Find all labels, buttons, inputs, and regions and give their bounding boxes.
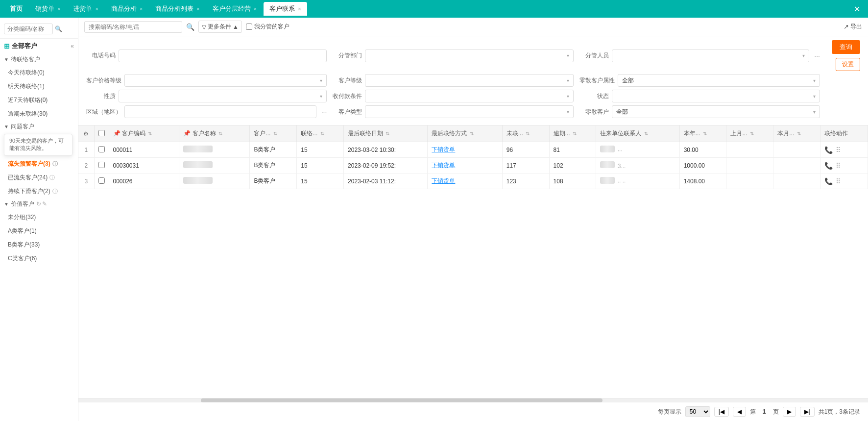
- last-page-button[interactable]: ▶|: [800, 407, 815, 417]
- sidebar-search-icon[interactable]: 🔍: [55, 25, 62, 32]
- tab-home[interactable]: 首页: [4, 2, 28, 16]
- price-level-select[interactable]: ▾: [124, 74, 327, 87]
- sidebar-item-class-b[interactable]: B类客户(33): [0, 238, 78, 251]
- search-input[interactable]: [84, 21, 182, 33]
- sort-type-icon[interactable]: ⇅: [273, 131, 277, 136]
- tab-customer-contact[interactable]: 客户联系 ×: [264, 2, 307, 16]
- sort-unit-contact-icon[interactable]: ⇅: [644, 131, 648, 136]
- person-select[interactable]: ▾: [612, 50, 810, 62]
- col-checkbox[interactable]: [94, 125, 109, 142]
- row-2-checkbox[interactable]: [98, 162, 105, 168]
- row-checkbox-1[interactable]: [94, 142, 109, 158]
- select-all-checkbox[interactable]: [98, 130, 105, 136]
- sidebar-section-pending[interactable]: ▼ 待联络客户: [0, 53, 78, 66]
- sidebar-item-today[interactable]: 今天待联络(0): [0, 66, 78, 79]
- dept-select[interactable]: ▾: [365, 50, 573, 62]
- sidebar-item-class-c[interactable]: C类客户(6): [0, 251, 78, 265]
- col-last-month[interactable]: 上月... ⇅: [726, 125, 773, 142]
- customer-type-select[interactable]: ▾: [365, 105, 573, 118]
- sort-overdue-icon[interactable]: ⇅: [573, 131, 577, 136]
- managed-checkbox[interactable]: [246, 24, 252, 30]
- more-action-icon-3[interactable]: ⠿: [836, 177, 841, 185]
- sort-contact-icon[interactable]: ⇅: [320, 131, 324, 136]
- person-more-icon[interactable]: ···: [814, 52, 820, 60]
- sidebar-item-churn-warning[interactable]: 流失预警客户(3) ⓘ: [0, 157, 78, 171]
- close-product-list-tab[interactable]: ×: [196, 6, 199, 12]
- col-unit-contact[interactable]: 往来单位联系人 ⇅: [596, 125, 679, 142]
- sidebar-item-ungrouped[interactable]: 未分组(32): [0, 210, 78, 224]
- query-button[interactable]: 查询: [832, 40, 860, 54]
- close-customer-mgmt-tab[interactable]: ×: [254, 6, 257, 12]
- sidebar-item-overdue[interactable]: 逾期未联络(30): [0, 107, 78, 121]
- more-action-icon-1[interactable]: ⠿: [836, 146, 841, 154]
- col-name[interactable]: 📌 客户名称 ⇅: [179, 125, 250, 142]
- collapse-sidebar-icon[interactable]: «: [71, 43, 74, 50]
- sidebar-item-churned[interactable]: 已流失客户(24) ⓘ: [0, 171, 78, 184]
- close-sales-tab[interactable]: ×: [57, 6, 60, 12]
- sort-this-month-icon[interactable]: ⇅: [797, 131, 801, 136]
- setting-button[interactable]: 设置: [836, 58, 860, 71]
- sort-last-date-icon[interactable]: ⇅: [386, 131, 389, 136]
- scrollbar-thumb[interactable]: [201, 398, 603, 402]
- close-customer-contact-tab[interactable]: ×: [298, 6, 301, 12]
- col-type[interactable]: 客户... ⇅: [250, 125, 297, 142]
- phone-input[interactable]: [119, 50, 327, 62]
- col-overdue[interactable]: 逾期... ⇅: [549, 125, 596, 142]
- tab-sales[interactable]: 销货单 ×: [29, 2, 66, 16]
- sort-last-month-icon[interactable]: ⇅: [750, 131, 754, 136]
- export-button[interactable]: ↗ 导出: [844, 23, 862, 31]
- status-select[interactable]: ▾: [612, 90, 820, 102]
- col-contact[interactable]: 联络... ⇅: [297, 125, 344, 142]
- tab-customer-mgmt[interactable]: 客户分层经营 ×: [207, 2, 263, 16]
- zero-attr-select[interactable]: 全部 ▾: [618, 74, 820, 87]
- horizontal-scrollbar[interactable]: [78, 398, 868, 402]
- close-all-tabs[interactable]: ✕: [850, 2, 864, 16]
- close-purchase-tab[interactable]: ×: [95, 6, 98, 12]
- col-this-month[interactable]: 本月... ⇅: [773, 125, 820, 142]
- edit-icon[interactable]: ✎: [42, 200, 47, 207]
- contact-icon-3[interactable]: 📞: [824, 177, 833, 185]
- customer-level-select[interactable]: ▾: [365, 74, 573, 87]
- more-conditions-button[interactable]: ▽ 更多条件 ▲: [198, 21, 242, 33]
- sidebar-section-value[interactable]: ▼ 价值客户 ↻ ✎: [0, 198, 78, 210]
- tab-purchase[interactable]: 进货单 ×: [67, 2, 104, 16]
- first-page-button[interactable]: |◀: [714, 407, 729, 417]
- row-checkbox-3[interactable]: [94, 173, 109, 189]
- sort-code-icon[interactable]: ⇅: [148, 131, 152, 136]
- region-more-icon[interactable]: ···: [321, 108, 327, 116]
- col-uncontacted[interactable]: 未联... ⇅: [502, 125, 549, 142]
- sort-this-year-icon[interactable]: ⇅: [703, 131, 707, 136]
- col-code[interactable]: 📌 客户编码 ⇅: [109, 125, 179, 142]
- row-checkbox-2[interactable]: [94, 158, 109, 173]
- sidebar-item-class-a[interactable]: A类客户(1): [0, 224, 78, 238]
- refresh-icon[interactable]: ↻: [36, 200, 41, 207]
- col-settings[interactable]: ⚙: [78, 125, 94, 142]
- sidebar-item-declining[interactable]: 持续下滑客户(2) ⓘ: [0, 184, 78, 198]
- col-this-year[interactable]: 本年... ⇅: [679, 125, 726, 142]
- col-last-method[interactable]: 最后联络方式 ⇅: [428, 125, 502, 142]
- next-page-button[interactable]: ▶: [783, 407, 796, 417]
- contact-icon-2[interactable]: 📞: [824, 162, 833, 170]
- tab-product-list[interactable]: 商品分析列表 ×: [149, 2, 205, 16]
- tab-product-analysis[interactable]: 商品分析 ×: [105, 2, 148, 16]
- per-page-select[interactable]: 50 100 200: [685, 406, 710, 417]
- last-method-link-2[interactable]: 下销货单: [432, 162, 455, 169]
- sidebar-item-7days[interactable]: 近7天待联络(0): [0, 93, 78, 107]
- sort-last-method-icon[interactable]: ⇅: [470, 131, 474, 136]
- sidebar-all-customers[interactable]: ⊞ 全部客户 «: [0, 39, 78, 53]
- sort-uncontacted-icon[interactable]: ⇅: [526, 131, 530, 136]
- last-method-link-3[interactable]: 下销货单: [432, 177, 455, 184]
- region-select[interactable]: [124, 105, 316, 118]
- payment-select[interactable]: ▾: [365, 90, 573, 102]
- last-method-link-1[interactable]: 下销货单: [432, 146, 455, 153]
- sidebar-item-tomorrow[interactable]: 明天待联络(1): [0, 79, 78, 93]
- sidebar-search-input[interactable]: [4, 24, 53, 34]
- nature-select[interactable]: ▾: [119, 90, 327, 102]
- row-3-checkbox[interactable]: [98, 177, 105, 184]
- search-button[interactable]: 🔍: [186, 23, 194, 31]
- row-1-checkbox[interactable]: [98, 146, 105, 152]
- prev-page-button[interactable]: ◀: [733, 407, 746, 417]
- sidebar-section-problem[interactable]: ▼ 问题客户: [0, 121, 78, 133]
- sort-name-icon[interactable]: ⇅: [218, 131, 222, 136]
- zero-customer-select[interactable]: 全部 ▾: [612, 105, 820, 118]
